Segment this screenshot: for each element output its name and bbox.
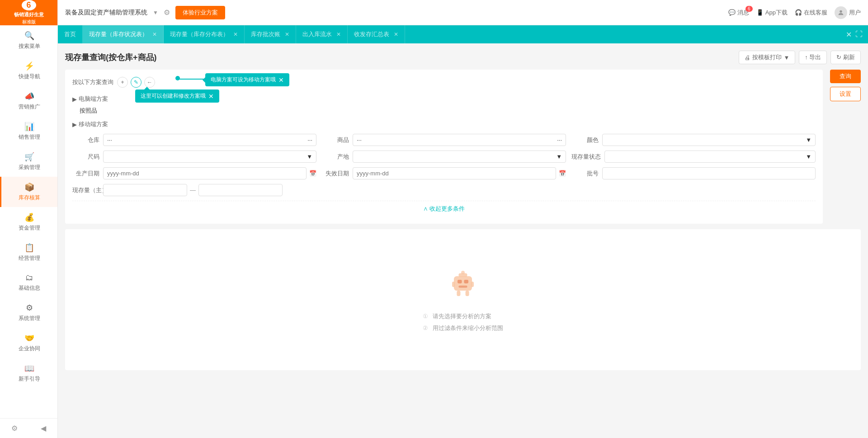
- edit-scheme-button[interactable]: ✎: [131, 77, 142, 88]
- sidebar-item-guide[interactable]: 📖 新手引导: [0, 358, 57, 388]
- stock-qty-from[interactable]: [103, 184, 187, 196]
- tab-in-out-flow[interactable]: 出入库流水 ✕: [296, 25, 348, 43]
- chevron-up-icon: ∧: [423, 205, 428, 212]
- expiry-date-from[interactable]: [353, 167, 556, 179]
- tab-collect-summary-label: 收发存汇总表: [354, 30, 389, 38]
- user-item[interactable]: 用户: [835, 6, 861, 19]
- header: 装备及固定资产辅助管理系统 ▼ ⚙ 体验行业方案 💬 消息 6 📱 App下载 …: [58, 0, 868, 25]
- app-logo: 6 畅销通好生意 标准版: [0, 0, 57, 25]
- more-icon: ···: [307, 137, 312, 143]
- warehouse-select[interactable]: ··· ···: [103, 134, 316, 146]
- tab-close-icon[interactable]: ✕: [152, 31, 157, 38]
- tab-collect-summary[interactable]: 收发存汇总表 ✕: [348, 25, 405, 43]
- sidebar-collapse-icon[interactable]: ◀: [39, 422, 48, 434]
- field-expiry-date: 失效日期 📅: [322, 167, 566, 179]
- sidebar-item-search[interactable]: 🔍 搜索菜单: [0, 25, 57, 56]
- phone-icon: 📱: [756, 9, 764, 16]
- svg-rect-6: [471, 282, 474, 287]
- calendar-icon-prod[interactable]: 📅: [309, 170, 316, 177]
- solution-button[interactable]: 体验行业方案: [175, 6, 225, 19]
- app-download-item[interactable]: 📱 App下载: [756, 9, 788, 17]
- sidebar-item-marketing[interactable]: 📣 营销推广: [0, 86, 57, 116]
- sidebar-item-quick-nav[interactable]: ⚡ 快捷导航: [0, 56, 57, 86]
- message-item[interactable]: 💬 消息 6: [728, 9, 749, 17]
- production-date-from[interactable]: [103, 167, 307, 179]
- color-select[interactable]: ▼: [602, 134, 816, 146]
- sidebar-item-sales[interactable]: 📊 销售管理: [0, 116, 57, 146]
- scheme-group-mobile-header[interactable]: ▶ 移动端方案: [72, 118, 816, 130]
- sidebar-item-purchase[interactable]: 🛒 采购管理: [0, 146, 57, 177]
- more-conditions[interactable]: ∧ 收起更多条件: [72, 201, 816, 217]
- size-select[interactable]: ▼: [103, 151, 316, 163]
- system-dropdown-icon[interactable]: ▼: [153, 9, 158, 16]
- field-product: 商品 ··· ···: [322, 134, 566, 146]
- main-area: 装备及固定资产辅助管理系统 ▼ ⚙ 体验行业方案 💬 消息 6 📱 App下载 …: [58, 0, 868, 438]
- tab-inventory-dist-label: 现存量（库存分布表）: [170, 30, 229, 38]
- folder-icon: 🗂: [25, 273, 33, 283]
- field-batch-no: 批号: [571, 167, 816, 179]
- scheme-group-mobile: ▶ 移动端方案: [72, 118, 816, 130]
- search-icon: 🔍: [24, 31, 34, 41]
- chevron-right-icon: ▶: [72, 121, 77, 128]
- stock-qty-to[interactable]: [198, 184, 283, 196]
- origin-select[interactable]: ▼: [353, 151, 566, 163]
- filter-row-4: 现存量（主） —: [72, 184, 816, 196]
- sidebar-item-operations[interactable]: 📋 经营管理: [0, 237, 57, 268]
- tab-batch-account[interactable]: 库存批次账 ✕: [245, 25, 296, 43]
- sidebar-item-label: 资金管理: [19, 224, 40, 232]
- sidebar-item-label: 销售管理: [19, 133, 40, 141]
- product-label: 商品: [322, 136, 349, 144]
- sidebar-settings-icon[interactable]: ⚙: [9, 422, 19, 434]
- header-right: 💬 消息 6 📱 App下载 🎧 在线客服 用户: [728, 6, 861, 19]
- tab-close-icon[interactable]: ✕: [394, 31, 398, 38]
- tab-close-icon[interactable]: ✕: [336, 31, 341, 38]
- scheme-group-mobile-label: 移动端方案: [79, 120, 108, 128]
- sidebar-item-basics[interactable]: 🗂 基础信息: [0, 268, 57, 297]
- add-scheme-button[interactable]: +: [117, 77, 128, 88]
- header-settings-icon[interactable]: ⚙: [164, 8, 170, 17]
- scheme-tooltip-close[interactable]: ✕: [278, 76, 284, 84]
- tab-close-icon[interactable]: ✕: [285, 31, 289, 38]
- sidebar-item-system[interactable]: ⚙ 系统管理: [0, 297, 57, 328]
- tab-home[interactable]: 首页: [58, 25, 83, 43]
- search-btn-group: 查询 设置: [830, 70, 861, 101]
- tab-maximize-icon[interactable]: ⛶: [855, 30, 863, 39]
- search-button[interactable]: 查询: [830, 70, 861, 83]
- batch-no-input[interactable]: [602, 167, 816, 179]
- content-area: 现存量查询(按仓库+商品) 🖨 按模板打印 ▼ ↑ 导出 ↻ 刷新: [58, 43, 868, 438]
- reset-button[interactable]: 设置: [830, 87, 861, 101]
- stock-status-select[interactable]: ▼: [604, 151, 816, 163]
- sidebar-item-inventory[interactable]: 📦 库存核算: [0, 177, 57, 207]
- tab-close-all-icon[interactable]: ✕: [846, 30, 852, 39]
- app-badge: 标准版: [22, 19, 36, 25]
- sidebar-item-enterprise[interactable]: 🤝 企业协同: [0, 328, 57, 358]
- app-name: 畅销通好生意: [14, 11, 44, 18]
- edit-tooltip-close[interactable]: ✕: [208, 93, 214, 100]
- tab-close-icon[interactable]: ✕: [233, 31, 238, 38]
- sidebar-item-label: 企业协同: [19, 345, 40, 353]
- stock-status-label: 现存量状态: [571, 153, 601, 161]
- field-production-date: 生产日期 📅: [72, 167, 316, 179]
- chart-icon: 📊: [24, 122, 34, 132]
- template-print-button[interactable]: 🖨 按模板打印 ▼: [739, 51, 795, 64]
- header-left: 装备及固定资产辅助管理系统 ▼ ⚙ 体验行业方案: [65, 6, 225, 19]
- online-service-item[interactable]: 🎧 在线客服: [795, 9, 827, 17]
- tab-inventory-dist[interactable]: 现存量（库存分布表） ✕: [164, 25, 245, 43]
- tab-in-out-flow-label: 出入库流水: [302, 30, 332, 38]
- calendar-icon-exp[interactable]: 📅: [559, 170, 566, 177]
- refresh-button[interactable]: ↻ 刷新: [830, 51, 861, 64]
- dropdown-arrow-icon: ▼: [783, 54, 789, 61]
- chevron-down-icon: ▼: [806, 153, 811, 160]
- back-scheme-button[interactable]: ←: [144, 77, 155, 88]
- cart-icon: 🛒: [24, 152, 34, 162]
- svg-rect-7: [457, 291, 460, 296]
- product-select[interactable]: ··· ···: [353, 134, 566, 146]
- export-button[interactable]: ↑ 导出: [799, 51, 827, 64]
- sidebar-item-finance[interactable]: 💰 资金管理: [0, 207, 57, 237]
- scheme-item-desktop-0[interactable]: 按照品: [72, 105, 816, 117]
- tab-home-label: 首页: [64, 30, 76, 38]
- more-icon: ···: [557, 137, 562, 143]
- page-title: 现存量查询(按仓库+商品): [65, 52, 157, 63]
- tab-inventory-status[interactable]: 现存量（库存状况表） ✕: [83, 25, 164, 43]
- sidebar-bottom: ⚙ ◀: [0, 418, 57, 438]
